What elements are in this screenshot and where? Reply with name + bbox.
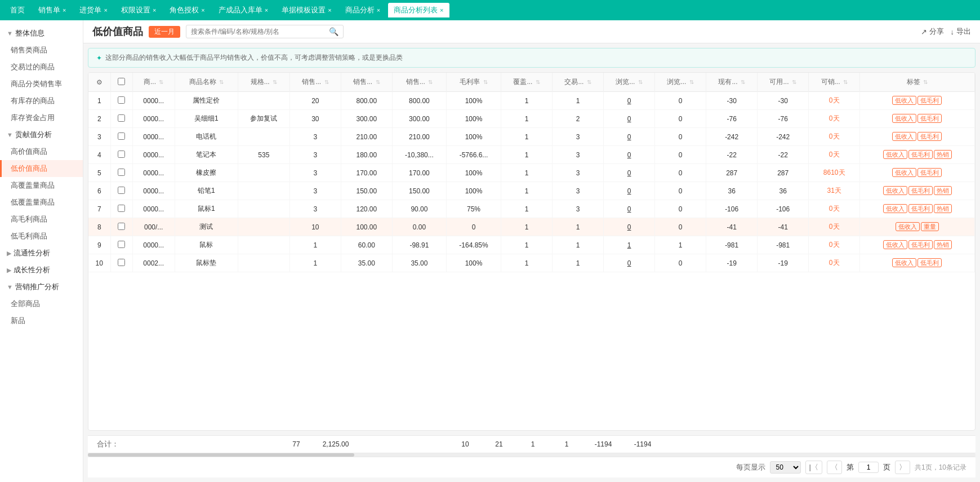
sales3-col-header[interactable]: 销售... ⇅ bbox=[392, 73, 446, 92]
row-browse1[interactable]: 0 bbox=[604, 218, 655, 236]
available-col-header[interactable]: 可用... ⇅ bbox=[758, 73, 809, 92]
sidebar-item-stock-fund[interactable]: 库存资金占用 bbox=[0, 109, 83, 126]
sidebar-item-high-coverage[interactable]: 高覆盖量商品 bbox=[0, 177, 83, 194]
nav-permission[interactable]: 权限设置 × bbox=[115, 3, 162, 17]
browse1-link[interactable]: 0 bbox=[627, 223, 631, 231]
sidebar-item-stock-goods[interactable]: 有库存的商品 bbox=[0, 92, 83, 109]
row-select-checkbox[interactable] bbox=[118, 114, 125, 122]
name-col-header[interactable]: 商品名称 ⇅ bbox=[175, 73, 238, 92]
days-text: 0天 bbox=[829, 96, 840, 104]
row-checkbox[interactable] bbox=[110, 236, 132, 254]
row-select-checkbox[interactable] bbox=[118, 169, 125, 176]
row-select-checkbox[interactable] bbox=[118, 205, 125, 212]
sidebar-group-contribution[interactable]: ▼ 贡献值分析 bbox=[0, 126, 83, 143]
period-tag-button[interactable]: 近一月 bbox=[149, 26, 180, 38]
nav-product-warehousing[interactable]: 产成品入库单 × bbox=[213, 3, 274, 17]
spec-col-header[interactable]: 规格... ⇅ bbox=[238, 73, 289, 92]
browse2-col-header[interactable]: 浏览... ⇅ bbox=[655, 73, 706, 92]
current-col-header[interactable]: 现有... ⇅ bbox=[706, 73, 758, 92]
row-select-checkbox[interactable] bbox=[118, 187, 125, 194]
row-browse1[interactable]: 0 bbox=[604, 200, 655, 218]
page-number-input[interactable] bbox=[858, 462, 879, 473]
nav-purchase[interactable]: 进货单 × bbox=[74, 3, 113, 17]
browse1-link[interactable]: 0 bbox=[627, 151, 631, 159]
row-browse1[interactable]: 0 bbox=[604, 146, 655, 164]
row-browse1[interactable]: 0 bbox=[604, 128, 655, 146]
row-checkbox[interactable] bbox=[110, 164, 132, 182]
row-checkbox[interactable] bbox=[110, 218, 132, 236]
search-box[interactable]: 🔍 bbox=[186, 25, 344, 38]
sidebar-item-all-goods[interactable]: 全部商品 bbox=[0, 295, 83, 312]
row-checkbox[interactable] bbox=[110, 182, 132, 200]
page-size-select[interactable]: 50 100 bbox=[770, 461, 801, 474]
coverage-col-header[interactable]: 覆盖... ⇅ bbox=[501, 73, 553, 92]
browse1-link[interactable]: 0 bbox=[627, 133, 631, 141]
sidebar-item-low-value[interactable]: 低价值商品 bbox=[0, 160, 83, 177]
select-all-checkbox[interactable] bbox=[118, 78, 125, 85]
sidebar-group-marketing[interactable]: ▼ 营销推广分析 bbox=[0, 278, 83, 295]
margin-col-header[interactable]: 毛利率 ⇅ bbox=[446, 73, 501, 92]
nav-goods-analysis-list[interactable]: 商品分析列表 × bbox=[388, 3, 449, 17]
sidebar-item-high-margin[interactable]: 高毛利商品 bbox=[0, 211, 83, 228]
export-button[interactable]: ↓ 导出 bbox=[951, 26, 972, 37]
sidebar-item-category-sales[interactable]: 商品分类销售率 bbox=[0, 76, 83, 92]
nav-home[interactable]: 首页 bbox=[5, 3, 30, 17]
browse1-link[interactable]: 0 bbox=[627, 187, 631, 195]
checkbox-col-header[interactable] bbox=[110, 73, 132, 92]
row-tags: 低收入低毛利 bbox=[860, 92, 975, 110]
browse1-link[interactable]: 1 bbox=[627, 241, 631, 249]
search-input[interactable] bbox=[191, 28, 329, 36]
row-browse1[interactable]: 0 bbox=[604, 254, 655, 272]
row-select-checkbox[interactable] bbox=[118, 223, 125, 230]
browse1-link[interactable]: 0 bbox=[627, 115, 631, 123]
sidebar-item-high-value[interactable]: 高价值商品 bbox=[0, 143, 83, 160]
browse1-link[interactable]: 0 bbox=[627, 205, 631, 213]
row-browse1[interactable]: 0 bbox=[604, 92, 655, 110]
nav-goods-analysis[interactable]: 商品分析 × bbox=[340, 3, 386, 17]
share-button[interactable]: ↗ 分享 bbox=[921, 26, 944, 37]
tag-badge: 低收入 bbox=[883, 204, 907, 213]
prev-page-button[interactable]: 〈 bbox=[827, 461, 842, 474]
browse1-col-header[interactable]: 浏览... ⇅ bbox=[604, 73, 655, 92]
row-browse1[interactable]: 0 bbox=[604, 182, 655, 200]
sidebar-item-new-goods[interactable]: 新品 bbox=[0, 312, 83, 329]
browse1-link[interactable]: 0 bbox=[627, 97, 631, 105]
sales2-col-header[interactable]: 销售... ⇅ bbox=[341, 73, 392, 92]
sidebar-item-sales-goods[interactable]: 销售类商品 bbox=[0, 42, 83, 59]
first-page-button[interactable]: |〈 bbox=[805, 461, 822, 474]
row-select-checkbox[interactable] bbox=[118, 151, 125, 158]
search-icon[interactable]: 🔍 bbox=[329, 27, 338, 36]
row-checkbox[interactable] bbox=[110, 254, 132, 272]
row-select-checkbox[interactable] bbox=[118, 132, 125, 140]
row-sales2: 300.00 bbox=[341, 110, 392, 128]
row-select-checkbox[interactable] bbox=[118, 241, 125, 248]
sidebar-group-overall[interactable]: ▼ 整体信息 bbox=[0, 25, 83, 42]
next-page-button[interactable]: 〉 bbox=[895, 461, 910, 474]
row-checkbox[interactable] bbox=[110, 200, 132, 218]
browse1-link[interactable]: 0 bbox=[627, 169, 631, 177]
browse1-link[interactable]: 0 bbox=[627, 259, 631, 267]
sidebar-item-low-margin[interactable]: 低毛利商品 bbox=[0, 228, 83, 245]
row-checkbox[interactable] bbox=[110, 128, 132, 146]
nav-template-setting[interactable]: 单据模板设置 × bbox=[276, 3, 337, 17]
sidebar-group-growth[interactable]: ▶ 成长性分析 bbox=[0, 262, 83, 278]
sellable-col-header[interactable]: 可销... ⇅ bbox=[809, 73, 860, 92]
nav-sales[interactable]: 销售单 × bbox=[33, 3, 72, 17]
nav-role[interactable]: 角色授权 × bbox=[164, 3, 210, 17]
sales1-col-header[interactable]: 销售... ⇅ bbox=[289, 73, 341, 92]
transaction-col-header[interactable]: 交易... ⇅ bbox=[553, 73, 604, 92]
code-col-header[interactable]: 商... ⇅ bbox=[132, 73, 175, 92]
row-select-checkbox[interactable] bbox=[118, 259, 125, 266]
sidebar-group-liquidity[interactable]: ▶ 流通性分析 bbox=[0, 245, 83, 262]
row-browse1[interactable]: 1 bbox=[604, 236, 655, 254]
row-select-checkbox[interactable] bbox=[118, 96, 125, 104]
row-checkbox[interactable] bbox=[110, 146, 132, 164]
row-browse1[interactable]: 0 bbox=[604, 164, 655, 182]
row-checkbox[interactable] bbox=[110, 92, 132, 110]
sidebar-item-traded-goods[interactable]: 交易过的商品 bbox=[0, 59, 83, 76]
row-browse1[interactable]: 0 bbox=[604, 110, 655, 128]
sidebar-item-low-coverage[interactable]: 低覆盖量商品 bbox=[0, 194, 83, 211]
settings-col-header[interactable]: ⚙ bbox=[88, 73, 110, 92]
tags-col-header[interactable]: 标签 ⇅ bbox=[860, 73, 975, 92]
row-checkbox[interactable] bbox=[110, 110, 132, 128]
